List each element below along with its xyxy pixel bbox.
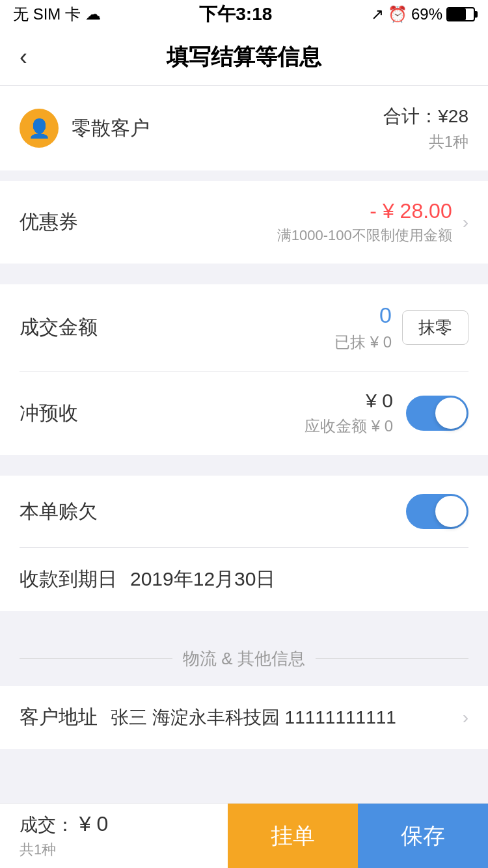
- transaction-row: 成交金额 0 已抹 ¥ 0 抹零: [0, 284, 488, 371]
- preadvance-values: ¥ 0 应收金额 ¥ 0: [305, 390, 393, 437]
- separator-3: [0, 621, 488, 632]
- nav-bar: ‹ 填写结算等信息: [0, 29, 488, 86]
- coupon-section[interactable]: 优惠券 - ¥ 28.00 满1000-100不限制使用金额 ›: [0, 181, 488, 264]
- bottom-deal-row: 成交： ¥ 0: [20, 812, 208, 837]
- battery-percent: 69%: [411, 5, 442, 23]
- round-button[interactable]: 抹零: [402, 310, 468, 345]
- address-chevron-icon: ›: [463, 707, 468, 728]
- deal-amount: ¥ 0: [79, 812, 108, 835]
- customer-row: 👤 零散客户 合计：¥28 共1种: [0, 86, 488, 170]
- deal-label: 成交：: [20, 815, 74, 835]
- due-date-label: 收款到期日: [20, 566, 117, 593]
- address-label: 客户地址: [20, 704, 98, 731]
- save-button[interactable]: 保存: [358, 804, 488, 869]
- preadvance-toggle[interactable]: [406, 396, 468, 431]
- due-date-value: 2019年12月30日: [130, 566, 275, 593]
- debt-section: 本单赊欠 收款到期日 2019年12月30日: [0, 476, 488, 611]
- customer-name: 零散客户: [72, 115, 150, 142]
- separator-2: [0, 465, 488, 476]
- sim-label: 无 SIM 卡 ☁: [13, 4, 101, 25]
- status-right: ↗ ⏰ 69%: [371, 5, 475, 23]
- address-section[interactable]: 客户地址 张三 海淀永丰科技园 11111111111 ›: [0, 686, 488, 749]
- battery-icon: [446, 7, 475, 21]
- avatar-icon: 👤: [28, 118, 51, 139]
- debt-label: 本单赊欠: [20, 498, 98, 525]
- status-left: 无 SIM 卡 ☁: [13, 4, 101, 25]
- transaction-value: 0: [334, 303, 392, 328]
- preadvance-amount: ¥ 0: [305, 390, 393, 412]
- debt-right: [406, 494, 468, 529]
- alarm-icon: ⏰: [388, 5, 407, 23]
- coupon-right: - ¥ 28.00 满1000-100不限制使用金额 ›: [277, 199, 468, 245]
- status-bar: 无 SIM 卡 ☁ 下午3:18 ↗ ⏰ 69%: [0, 0, 488, 29]
- coupon-label: 优惠券: [20, 209, 78, 236]
- status-time: 下午3:18: [199, 2, 272, 27]
- location-icon: ↗: [371, 5, 384, 23]
- already-rounded: 已抹 ¥ 0: [334, 332, 392, 353]
- debt-toggle[interactable]: [406, 494, 468, 529]
- header-line-left: [20, 658, 172, 659]
- preadvance-right: ¥ 0 应收金额 ¥ 0: [305, 390, 468, 437]
- debt-toggle-knob: [435, 496, 467, 527]
- logistics-header: 物流 & 其他信息: [0, 632, 488, 686]
- address-value: 张三 海淀永丰科技园 11111111111: [111, 705, 463, 730]
- bottom-count: 共1种: [20, 840, 208, 860]
- pending-button[interactable]: 挂单: [228, 804, 358, 869]
- coupon-row[interactable]: 优惠券 - ¥ 28.00 满1000-100不限制使用金额 ›: [0, 181, 488, 264]
- transaction-section: 成交金额 0 已抹 ¥ 0 抹零 冲预收 ¥ 0 应收金额 ¥ 0: [0, 284, 488, 455]
- page-title: 填写结算等信息: [167, 42, 321, 72]
- bottom-bar: 成交： ¥ 0 共1种 挂单 保存: [0, 803, 488, 868]
- chevron-right-icon: ›: [463, 212, 468, 233]
- coupon-amount: - ¥ 28.00: [277, 199, 452, 223]
- preadvance-row: 冲预收 ¥ 0 应收金额 ¥ 0: [0, 372, 488, 455]
- logistics-label: 物流 & 其他信息: [183, 647, 305, 670]
- coupon-desc: 满1000-100不限制使用金额: [277, 226, 452, 245]
- bottom-left: 成交： ¥ 0 共1种: [0, 812, 228, 860]
- transaction-label: 成交金额: [20, 314, 98, 341]
- customer-section: 👤 零散客户 合计：¥28 共1种: [0, 86, 488, 170]
- customer-left: 👤 零散客户: [20, 109, 150, 148]
- toggle-knob: [435, 398, 467, 429]
- receivable-amount: 应收金额 ¥ 0: [305, 416, 393, 437]
- back-button[interactable]: ‹: [20, 44, 27, 71]
- header-line-right: [316, 658, 468, 659]
- total-count: 共1种: [383, 131, 468, 152]
- preadvance-label: 冲预收: [20, 400, 78, 427]
- address-row[interactable]: 客户地址 张三 海淀永丰科技园 11111111111 ›: [0, 686, 488, 749]
- separator-1: [0, 274, 488, 284]
- total-amount: 合计：¥28: [383, 104, 468, 129]
- due-date-row: 收款到期日 2019年12月30日: [0, 548, 488, 611]
- avatar: 👤: [20, 109, 59, 148]
- debt-row: 本单赊欠: [0, 476, 488, 547]
- customer-right: 合计：¥28 共1种: [383, 104, 468, 152]
- transaction-right: 0 已抹 ¥ 0 抹零: [334, 303, 468, 353]
